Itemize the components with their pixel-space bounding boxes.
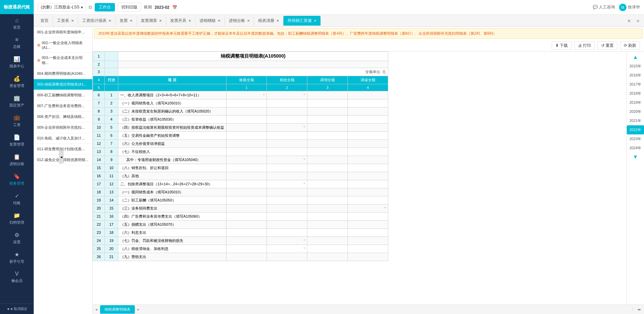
- left-panel-item-l5[interactable]: 005-纳税调整项目明细表(A1...: [34, 79, 92, 90]
- sidebar-item-assets[interactable]: 💰 资金管理: [0, 72, 34, 92]
- sidebar-item-member[interactable]: V 畅会员: [0, 268, 34, 287]
- sidebar: 畅捷通易代账 ⌂ 首页 ≡ 总账 📊 报表中心 💰 资金管理 🏢 固定资产 💼 …: [0, 0, 34, 314]
- download-icon: ⬇: [555, 43, 559, 48]
- tab-payroll-stat[interactable]: 工资统计报表 ✕: [78, 16, 116, 26]
- year-item-2020[interactable]: 2020年: [627, 107, 644, 116]
- calendar-icon[interactable]: 📅: [172, 5, 177, 10]
- left-panel-item-l10[interactable]: 010-免税、减计收入及加计...: [34, 133, 92, 144]
- copy-icon[interactable]: ⧉: [89, 4, 92, 10]
- left-panel-item-l6[interactable]: 006-职工薪酬纳税调整明细...: [34, 90, 92, 101]
- tab-payroll[interactable]: 工资表 ✕: [53, 16, 78, 26]
- tab-invoice-open[interactable]: 发票开具 ✕: [166, 16, 195, 26]
- member-icon: V: [15, 271, 19, 277]
- tabbar-actions: ✕ ≡: [625, 18, 641, 24]
- year-item-2016[interactable]: 2016年: [627, 71, 644, 80]
- left-panel-item-l7[interactable]: 007-广告费和业务宣传费跨...: [34, 101, 92, 112]
- tax-icon: 🔖: [13, 173, 20, 180]
- workbench-button[interactable]: 工作台: [95, 3, 115, 11]
- scroll-horizontal-icon[interactable]: ⋮: [631, 307, 635, 312]
- refresh-button[interactable]: ⟳ 刷新: [620, 41, 640, 50]
- year-item-2023[interactable]: 2023年: [627, 134, 644, 144]
- tab-income-tax[interactable]: 所得税汇算缴 ✕: [283, 16, 321, 26]
- bottom-tab-tax-adjust[interactable]: 纳税调整明细表: [100, 305, 135, 314]
- table-unit: 全额单位: 元: [118, 68, 388, 76]
- bottom-bar-right: ⋮ ◂▸: [631, 307, 641, 312]
- sidebar-item-invoice-mgmt[interactable]: 📄 发票管理: [0, 131, 34, 150]
- scroll-left-icon[interactable]: ◂: [95, 307, 97, 312]
- left-panel-item-l8[interactable]: 008-资产折旧、摊销及纳税...: [34, 112, 92, 122]
- switch-old-button[interactable]: 切到旧版: [118, 3, 141, 12]
- sidebar-item-reports[interactable]: 📊 报表中心: [0, 53, 34, 72]
- notice-bar: 2019年度涉及取以前年度继续数据的申报表单元格需要手工维护正确，才能保证本年及…: [94, 28, 643, 39]
- sidebar-item-archive[interactable]: 📁 归档管理: [0, 209, 34, 228]
- sidebar-item-guide[interactable]: ★ 新手引导: [0, 248, 34, 268]
- item-label: 006-职工薪酬纳税调整明细...: [37, 93, 85, 98]
- more-tabs-icon[interactable]: ≡: [635, 18, 641, 24]
- sidebar-item-label: 归档管理: [9, 220, 24, 225]
- year-nav-down[interactable]: ▼: [632, 153, 640, 161]
- sidebar-unpin[interactable]: ◄◄ 取消固定: [0, 304, 34, 314]
- year-item-2019[interactable]: 2019年: [627, 98, 644, 107]
- tab-close-icon[interactable]: ✕: [159, 19, 162, 23]
- company-selector[interactable]: (勿删）江西股金-LSS ▾: [38, 3, 86, 11]
- tab-close-icon[interactable]: ✕: [314, 19, 316, 23]
- tab-invoice[interactable]: 发票 ✕: [116, 16, 137, 26]
- tab-close-icon[interactable]: ✕: [276, 19, 279, 23]
- tab-tax-clear[interactable]: 税表清册 ✕: [254, 16, 283, 26]
- item-label: 007-广告费和业务宣传费跨...: [37, 103, 85, 108]
- horizontal-scrollbar-hint[interactable]: ◂▸: [637, 307, 641, 312]
- tab-close-icon[interactable]: ✕: [109, 19, 111, 23]
- consult-btn[interactable]: 💬 人工咨询: [593, 4, 615, 10]
- sidebar-item-label: 固定资产: [9, 103, 24, 108]
- sidebar-item-home[interactable]: ⌂ 首页: [0, 14, 34, 33]
- tab-home[interactable]: 首页: [36, 16, 53, 26]
- tab-close-icon[interactable]: ✕: [130, 19, 132, 23]
- period-label: 账期: [144, 4, 152, 10]
- year-item-2017[interactable]: 2017年: [627, 80, 644, 89]
- year-nav-up[interactable]: ▲: [632, 53, 640, 62]
- tab-close-icon[interactable]: ✕: [218, 19, 220, 23]
- table-row: 20 15 （三）业务招待费支出 *: [93, 204, 388, 212]
- sidebar-item-fixed-assets[interactable]: 🏢 固定资产: [0, 92, 34, 111]
- year-item-2018[interactable]: 2018年: [627, 89, 644, 98]
- sidebar-item-general-ledger[interactable]: ≡ 总账: [0, 33, 34, 53]
- left-panel-item-l2[interactable]: ⊗ 002-一般企业收入明细表(A1...: [34, 38, 92, 53]
- tab-close-icon[interactable]: ✕: [188, 19, 191, 23]
- left-panel: 001-企业所得税年度纳税申... ⊗ 002-一般企业收入明细表(A1... …: [34, 27, 93, 314]
- left-panel-item-l3[interactable]: ⊗ 003-一般企业成本支出明细...: [34, 53, 92, 68]
- sidebar-item-label: 新手引导: [9, 259, 24, 264]
- download-button[interactable]: ⬇ 下载: [552, 41, 572, 50]
- year-item-2024[interactable]: 2024年: [627, 144, 644, 153]
- user-info[interactable]: 徐 徐泽华: [619, 4, 640, 11]
- print-button[interactable]: 🖨 打印: [574, 41, 595, 50]
- reset-button[interactable]: ↺ 重置: [597, 41, 617, 50]
- scroll-right-icon[interactable]: ▸: [137, 307, 140, 312]
- sidebar-item-settings[interactable]: ⚙ 设置: [0, 228, 34, 248]
- topbar: (勿删）江西股金-LSS ▾ ⧉ 工作台 切到旧版 账期 2023-02 📅 💬…: [34, 0, 644, 15]
- sidebar-item-label: 工资: [13, 122, 21, 127]
- table-row: 6 1 一、收入类调整项目（2+3+4+5+6+7+8+10+11） * *: [93, 91, 388, 99]
- table-row-subheader: 4 行次 项 目 账载全额 税收全额 调增全额 调减全额: [93, 76, 388, 84]
- tab-close-icon[interactable]: ✕: [71, 19, 74, 23]
- item-label: 001-企业所得税年度纳税申...: [37, 30, 85, 35]
- tab-close-icon[interactable]: ✕: [247, 19, 250, 23]
- year-item-2015[interactable]: 2015年: [627, 62, 644, 71]
- table-wrapper[interactable]: 1 纳税调整项目明细表(A105000) 2: [93, 52, 626, 305]
- tabbar: 首页 工资表 ✕ 工资统计报表 ✕ 发票 ✕ 发票测算 ✕ 发票开具 ✕ 进销稽…: [34, 15, 644, 27]
- left-panel-item-l9[interactable]: 009-企业所得税附补充抵扣...: [34, 122, 92, 133]
- left-panel-item-l4[interactable]: 004-期间费用明细表(A1040...: [34, 68, 92, 79]
- sidebar-item-sales-ledger[interactable]: 📋 进销台账: [0, 150, 34, 170]
- year-item-2021[interactable]: 2021年: [627, 116, 644, 125]
- year-item-2022[interactable]: 2022年: [627, 125, 644, 134]
- left-panel-item-l1[interactable]: 001-企业所得税年度纳税申...: [34, 27, 92, 38]
- tab-purchase-ledger[interactable]: 进销台账 ✕: [225, 16, 254, 26]
- sidebar-item-tax[interactable]: 🔖 税务管理: [0, 170, 34, 189]
- close-all-icon[interactable]: ✕: [625, 18, 633, 24]
- sidebar-item-settlement[interactable]: ✓ 结账: [0, 189, 34, 209]
- tab-purchase-check[interactable]: 进销稽核 ✕: [195, 16, 225, 26]
- panel-collapse-btn[interactable]: ◂: [59, 150, 64, 164]
- sidebar-item-payroll[interactable]: 💼 工资: [0, 111, 34, 131]
- home-icon: ⌂: [15, 18, 19, 24]
- tab-invoice-calc[interactable]: 发票测算 ✕: [137, 16, 166, 26]
- consult-icon: 💬: [593, 5, 598, 9]
